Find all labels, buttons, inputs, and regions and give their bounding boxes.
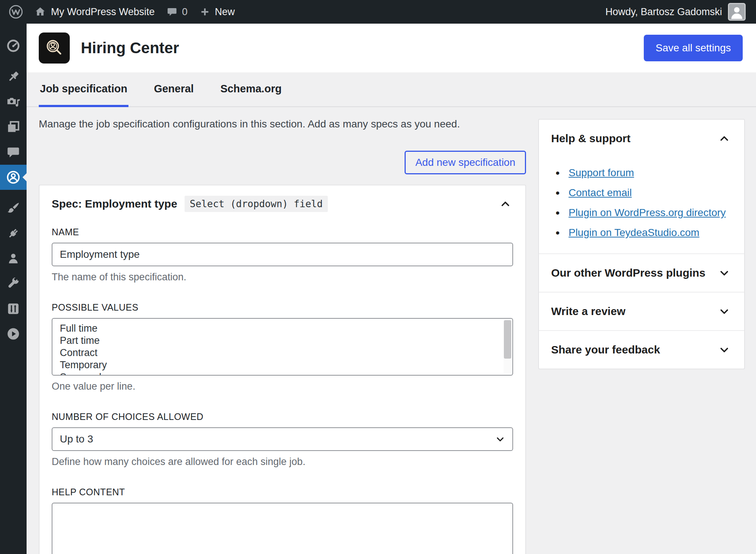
sidebar-item-tools[interactable] — [0, 271, 27, 296]
admin-menu — [0, 24, 27, 554]
bullet: • — [556, 188, 560, 198]
site-name: My WordPress Website — [51, 6, 155, 18]
help-support-panel: Help & support •Support forum •Contact e… — [539, 120, 744, 239]
user-icon — [6, 251, 21, 266]
save-all-settings-button[interactable]: Save all settings — [644, 35, 743, 61]
list-item: •Plugin on TeydeaStudio.com — [556, 227, 732, 239]
wordpress-logo-menu[interactable] — [4, 0, 28, 24]
sidebar-item-dashboard[interactable] — [0, 33, 27, 58]
other-plugins-panel: Our other WordPress plugins — [539, 253, 744, 292]
wordpress-directory-link[interactable]: Plugin on WordPress.org directory — [568, 207, 726, 219]
scrollbar-thumb[interactable] — [504, 320, 511, 359]
play-circle-icon — [6, 326, 21, 341]
name-input[interactable] — [52, 243, 513, 266]
sidebar-item-video[interactable] — [0, 321, 27, 346]
plug-icon — [6, 226, 21, 241]
tab-general[interactable]: General — [153, 72, 195, 107]
chevron-down-icon — [718, 305, 731, 318]
bullet: • — [556, 208, 560, 218]
sidebar-item-comments[interactable] — [0, 140, 27, 165]
magnifier-person-icon — [43, 37, 66, 59]
new-content-menu[interactable]: New — [193, 0, 241, 24]
expand-other-plugins-button[interactable] — [717, 265, 732, 281]
wordpress-logo-icon — [8, 4, 24, 20]
hiring-center-logo — [39, 33, 70, 64]
sidebar-item-appearance[interactable] — [0, 196, 27, 221]
possible-values-help: One value per line. — [52, 381, 513, 392]
textarea-scrollbar[interactable] — [504, 319, 512, 374]
write-review-title: Write a review — [551, 305, 625, 318]
camera-icon — [6, 95, 21, 109]
sidebar-item-media[interactable] — [0, 89, 27, 114]
other-plugins-title: Our other WordPress plugins — [551, 267, 705, 279]
help-sidebar: Help & support •Support forum •Contact e… — [538, 119, 745, 369]
avatar-person-icon — [729, 4, 745, 20]
choices-allowed-help: Define how many choices are allowed for … — [52, 456, 513, 468]
help-support-title: Help & support — [551, 132, 630, 145]
sidebar-item-hiring-center[interactable] — [0, 165, 27, 190]
chevron-down-icon — [718, 267, 731, 279]
tab-job-specification[interactable]: Job specification — [39, 72, 128, 107]
plugin-header: Hiring Center Save all settings — [27, 24, 756, 72]
sidebar-item-posts[interactable] — [0, 64, 27, 89]
pushpin-icon — [6, 69, 21, 84]
paintbrush-icon — [6, 201, 21, 216]
sidebar-item-settings[interactable] — [0, 296, 27, 321]
howdy-text: Howdy, Bartosz Gadomski — [605, 6, 722, 18]
site-link[interactable]: My WordPress Website — [28, 0, 161, 24]
comments-icon — [6, 145, 21, 160]
comment-bubble-icon — [166, 6, 178, 17]
write-review-panel: Write a review — [539, 292, 744, 330]
sliders-icon — [6, 301, 21, 316]
tab-bar: Job specification General Schema.org — [27, 72, 756, 107]
section-description: Manage the job specification configurati… — [39, 118, 526, 130]
howdy-account-menu[interactable]: Howdy, Bartosz Gadomski — [605, 0, 746, 24]
chevron-down-icon — [495, 434, 506, 445]
bullet: • — [556, 168, 560, 178]
chevron-down-icon — [718, 343, 731, 356]
home-icon — [34, 6, 47, 18]
comments-shortcut[interactable]: 0 — [161, 0, 193, 24]
chevron-up-icon — [718, 132, 731, 145]
choices-selected-value: Up to 3 — [60, 433, 93, 445]
pages-icon — [6, 120, 21, 134]
sidebar-item-pages[interactable] — [0, 114, 27, 140]
plus-icon — [199, 6, 210, 17]
help-content-label: HELP CONTENT — [52, 487, 513, 497]
contact-email-link[interactable]: Contact email — [568, 187, 632, 199]
possible-values-textarea[interactable] — [52, 318, 513, 376]
admin-bar: My WordPress Website 0 New Howdy, Bartos… — [0, 0, 756, 24]
name-field-help: The name of this specification. — [52, 271, 513, 283]
help-links-list: •Support forum •Contact email •Plugin on… — [551, 167, 732, 239]
name-field-label: NAME — [52, 227, 513, 237]
wrench-icon — [6, 276, 21, 291]
choices-allowed-label: NUMBER OF CHOICES ALLOWED — [52, 411, 513, 422]
teydeastudio-link[interactable]: Plugin on TeydeaStudio.com — [568, 227, 699, 239]
help-content-textarea[interactable] — [52, 503, 513, 554]
spec-card: Spec: Employment type Select (dropdown) … — [39, 185, 526, 554]
tab-schema-org[interactable]: Schema.org — [219, 72, 283, 107]
comments-count: 0 — [182, 6, 188, 18]
sidebar-item-users[interactable] — [0, 246, 27, 271]
spec-title: Spec: Employment type — [52, 198, 177, 210]
choices-allowed-select[interactable]: Up to 3 — [52, 427, 513, 451]
person-in-circle-icon — [6, 170, 21, 185]
spec-type-badge: Select (dropdown) field — [185, 196, 328, 212]
expand-share-feedback-button[interactable] — [717, 342, 732, 358]
avatar — [728, 3, 746, 21]
collapse-spec-button[interactable] — [498, 196, 513, 212]
new-label: New — [215, 6, 235, 18]
possible-values-label: POSSIBLE VALUES — [52, 302, 513, 313]
sidebar-item-plugins[interactable] — [0, 221, 27, 246]
support-forum-link[interactable]: Support forum — [568, 167, 634, 179]
list-item: •Plugin on WordPress.org directory — [556, 207, 732, 219]
list-item: •Support forum — [556, 167, 732, 179]
expand-write-review-button[interactable] — [717, 304, 732, 319]
list-item: •Contact email — [556, 187, 732, 199]
collapse-help-support-button[interactable] — [717, 131, 732, 146]
share-feedback-panel: Share your feedback — [539, 330, 744, 369]
add-new-specification-button[interactable]: Add new specification — [405, 151, 526, 174]
dashboard-icon — [6, 38, 21, 53]
bullet: • — [556, 228, 560, 238]
page-title: Hiring Center — [81, 39, 179, 57]
